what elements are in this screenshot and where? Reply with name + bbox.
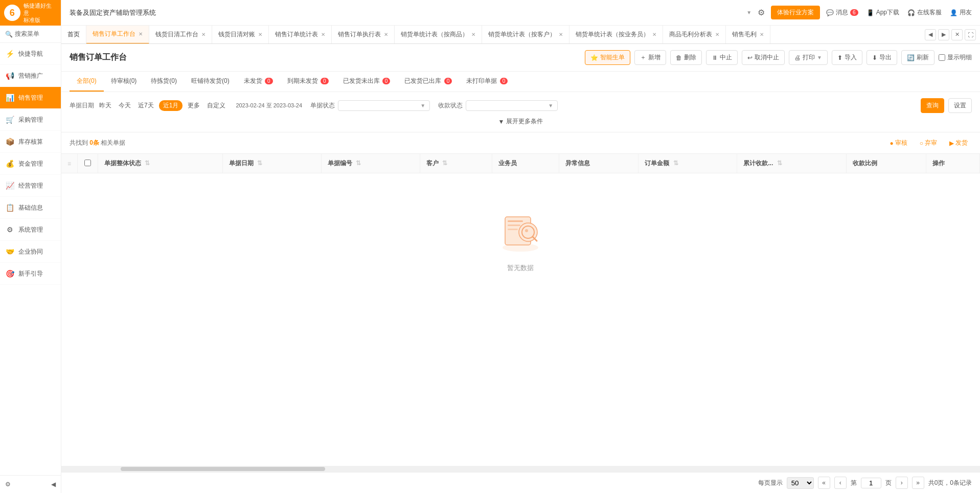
tab-sales-profit[interactable]: 销售毛利 ✕ xyxy=(726,26,770,44)
sub-tab-not-shipped[interactable]: 未发货 0 xyxy=(237,72,280,92)
date-opt-more[interactable]: 更多 xyxy=(186,100,202,111)
record-count: 0条 xyxy=(89,139,99,146)
sub-tab-pending-review[interactable]: 待审核(0) xyxy=(104,72,144,92)
date-opt-today[interactable]: 今天 xyxy=(117,100,133,111)
export-btn[interactable]: ⬇ 导出 xyxy=(867,50,897,65)
tab-sales-summary-staff[interactable]: 销货单统计表（按业务员） ✕ xyxy=(569,26,663,44)
industry-btn[interactable]: 体验行业方案 xyxy=(771,6,820,19)
tab-sales-exec[interactable]: 销售订单执行表 ✕ xyxy=(332,26,395,44)
sidebar-item-system[interactable]: ⚙ 系统管理 xyxy=(0,219,61,241)
tab-close-sales-stats[interactable]: ✕ xyxy=(321,32,325,37)
sub-tab-not-printed[interactable]: 未打印单据 0 xyxy=(459,72,515,92)
sub-tab-wangpu[interactable]: 旺铺待发货(0) xyxy=(184,72,237,92)
filter-area: 单据日期 昨天 今天 近7天 近1月 更多 自定义 2023-02-24 至 2… xyxy=(61,92,980,132)
refresh-btn[interactable]: 🔄 刷新 xyxy=(901,50,935,65)
sub-tab-all[interactable]: 全部(0) xyxy=(70,72,104,92)
sub-tab-overdue[interactable]: 到期未发货 0 xyxy=(280,72,336,92)
pagination-next-btn[interactable]: › xyxy=(896,477,908,489)
review-action-btn[interactable]: ● 审核 xyxy=(886,137,911,149)
tab-product-margin[interactable]: 商品毛利分析表 ✕ xyxy=(663,26,726,44)
horizontal-scrollbar[interactable] xyxy=(61,466,980,472)
settings-btn[interactable]: 设置 xyxy=(948,98,972,113)
status-filter: 单据状态 ▼ xyxy=(310,100,430,111)
pagination-first-btn[interactable]: « xyxy=(818,477,830,489)
ship-action-btn[interactable]: ▶ 发货 xyxy=(945,137,972,149)
scrollbar-thumb[interactable] xyxy=(121,467,325,471)
cancel-suspend-btn[interactable]: ↩ 取消中止 xyxy=(742,50,785,65)
sidebar-item-sales[interactable]: 📊 销售管理 xyxy=(0,87,61,109)
suspend-btn[interactable]: ⏸ 中止 xyxy=(706,50,738,65)
tab-scroll-right[interactable]: ▶ xyxy=(938,29,949,40)
cancel-review-action-btn[interactable]: ○ 弃审 xyxy=(916,137,941,149)
tab-sales-order[interactable]: 销售订单工作台 ✕ xyxy=(86,26,149,44)
sidebar-collapse-icon[interactable]: ◀ xyxy=(51,481,56,488)
sidebar-item-guide[interactable]: 🎯 新手引导 xyxy=(0,263,61,285)
tab-home[interactable]: 首页 xyxy=(61,26,86,44)
tab-close-sales-summary-product[interactable]: ✕ xyxy=(471,32,475,37)
print-btn[interactable]: 🖨 打印 ▼ xyxy=(789,50,828,65)
sidebar-item-enterprise[interactable]: 🤝 企业协同 xyxy=(0,241,61,263)
tab-sales-summary-customer[interactable]: 销货单统计表（按客户） ✕ xyxy=(482,26,569,44)
status-select[interactable]: ▼ xyxy=(338,100,430,111)
settings-gear-icon[interactable]: ⚙ xyxy=(758,8,765,17)
sidebar-item-marketing[interactable]: 📢 营销推广 xyxy=(0,65,61,87)
tab-sales-stats[interactable]: 销售订单统计表 ✕ xyxy=(269,26,332,44)
page-size-select[interactable]: 50 100 200 xyxy=(787,477,814,489)
online-service-btn[interactable]: 🎧 在线客服 xyxy=(907,8,942,17)
sidebar-item-finance[interactable]: 💰 资金管理 xyxy=(0,153,61,175)
add-btn[interactable]: ＋ 新增 xyxy=(634,50,666,65)
tab-close-all[interactable]: ✕ xyxy=(951,29,963,40)
message-btn[interactable]: 💬 消息 6 xyxy=(826,8,858,17)
delete-btn[interactable]: 🗑 删除 xyxy=(670,50,702,65)
tab-close-sales-exec[interactable]: ✕ xyxy=(384,32,388,37)
import-btn[interactable]: ⬆ 导入 xyxy=(832,50,862,65)
date-opt-7days[interactable]: 近7天 xyxy=(136,100,156,111)
date-opt-1month[interactable]: 近1月 xyxy=(159,100,183,111)
sort-received-icon[interactable]: ⇅ xyxy=(777,160,782,167)
sidebar-item-basic-info[interactable]: 📋 基础信息 xyxy=(0,197,61,219)
sort-number-icon[interactable]: ⇅ xyxy=(356,160,361,167)
tab-close-sales-profit[interactable]: ✕ xyxy=(760,32,764,37)
table-container[interactable]: ≡ 单据整体状态 ⇅ 单据日期 ⇅ 单据编号 ⇅ 客户 ⇅ 业务员 异常信息 订… xyxy=(61,154,980,466)
tab-close-sales-summary-customer[interactable]: ✕ xyxy=(559,32,563,37)
sidebar-item-quick-nav[interactable]: ⚡ 快捷导航 xyxy=(0,43,61,65)
sidebar-item-inventory[interactable]: 📦 库存核算 xyxy=(0,131,61,153)
tab-cash-daily[interactable]: 钱货日清工作台 ✕ xyxy=(149,26,212,44)
tab-close-product-margin[interactable]: ✕ xyxy=(715,32,719,37)
query-btn[interactable]: 查询 xyxy=(921,98,944,113)
sidebar-search[interactable]: 🔍 搜索菜单 xyxy=(0,26,61,43)
sub-tab-pending-pickup[interactable]: 待拣货(0) xyxy=(144,72,184,92)
sidebar-item-purchase[interactable]: 🛒 采购管理 xyxy=(0,109,61,131)
app-download-btn[interactable]: 📱 App下载 xyxy=(867,8,899,17)
payment-select[interactable]: ▼ xyxy=(466,100,558,111)
smart-btn[interactable]: ⭐ 智能生单 xyxy=(585,50,630,65)
user-btn[interactable]: 👤 用友 xyxy=(950,8,972,17)
col-checkbox[interactable] xyxy=(78,154,98,173)
sort-status-icon[interactable]: ⇅ xyxy=(145,160,150,167)
sort-date-icon[interactable]: ⇅ xyxy=(257,160,262,167)
tab-close-cash-reconcile[interactable]: ✕ xyxy=(258,32,262,37)
show-detail-checkbox[interactable] xyxy=(939,54,945,61)
select-all-checkbox[interactable] xyxy=(84,160,91,166)
pagination-prev-btn[interactable]: ‹ xyxy=(834,477,847,489)
tab-sales-summary-product[interactable]: 销货单统计表（按商品） ✕ xyxy=(395,26,482,44)
tab-maximize[interactable]: ⛶ xyxy=(965,29,976,40)
sub-tab-shipped-out[interactable]: 已发货已出库 0 xyxy=(397,72,459,92)
show-detail-label[interactable]: 显示明细 xyxy=(939,53,972,62)
expand-filter-btn[interactable]: ▼ 展开更多条件 xyxy=(498,117,543,126)
sub-tab-shipped-not-out[interactable]: 已发货未出库 0 xyxy=(336,72,398,92)
sort-customer-icon[interactable]: ⇅ xyxy=(442,160,447,167)
sidebar-item-operations[interactable]: 📈 经营管理 xyxy=(0,175,61,197)
tab-scroll-left[interactable]: ◀ xyxy=(925,29,936,40)
tab-close-sales-order[interactable]: ✕ xyxy=(139,31,143,37)
tab-close-sales-summary-staff[interactable]: ✕ xyxy=(652,32,656,37)
pagination-last-btn[interactable]: » xyxy=(912,477,924,489)
sidebar-settings-icon[interactable]: ⚙ xyxy=(5,481,11,488)
tab-close-cash-daily[interactable]: ✕ xyxy=(201,32,206,37)
date-opt-yesterday[interactable]: 昨天 xyxy=(97,100,113,111)
date-opt-custom[interactable]: 自定义 xyxy=(205,100,227,111)
overdue-badge: 0 xyxy=(321,78,329,84)
sort-amount-icon[interactable]: ⇅ xyxy=(673,160,678,167)
tab-cash-reconcile[interactable]: 钱货日清对账 ✕ xyxy=(212,26,269,44)
page-input[interactable] xyxy=(861,478,881,488)
